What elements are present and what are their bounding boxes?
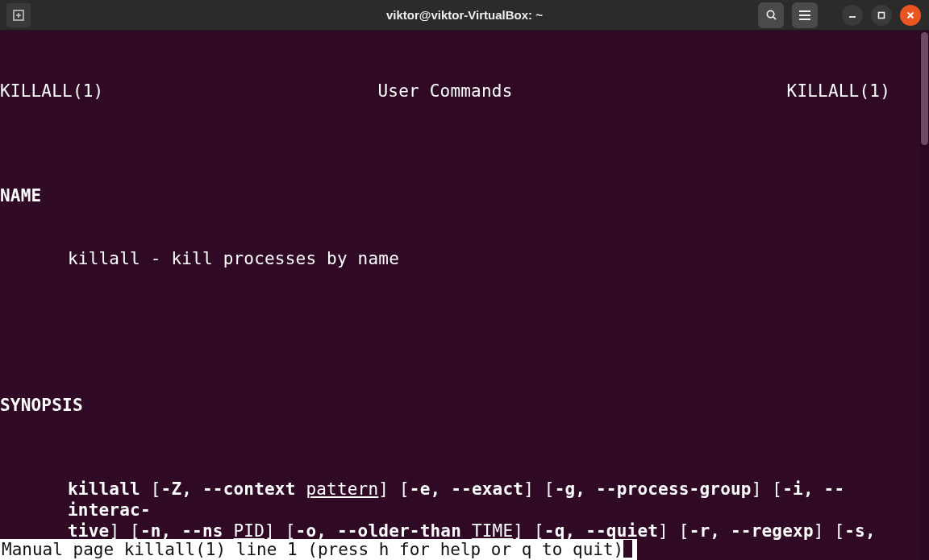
hamburger-icon (799, 10, 810, 20)
cursor (623, 540, 632, 558)
man-status-line: Manual page killall(1) line 1 (press h f… (0, 539, 637, 560)
menu-button[interactable] (792, 2, 818, 28)
close-button[interactable] (900, 5, 921, 26)
section-name-heading: NAME (0, 185, 929, 206)
terminal-viewport[interactable]: KILLALL(1) User Commands KILLALL(1) NAME… (0, 31, 929, 560)
svg-point-3 (767, 10, 773, 17)
titlebar: viktor@viktor-VirtualBox: ~ (0, 0, 929, 31)
maximize-button[interactable] (871, 5, 892, 26)
svg-line-4 (773, 17, 775, 19)
new-tab-button[interactable] (6, 3, 31, 27)
name-line: killall - kill processes by name (0, 248, 929, 269)
section-synopsis-heading: SYNOPSIS (0, 395, 929, 416)
man-header-center: User Commands (378, 81, 513, 102)
man-header-right: KILLALL(1) (787, 81, 929, 102)
scrollbar-thumb[interactable] (921, 32, 928, 145)
man-page-content: KILLALL(1) User Commands KILLALL(1) NAME… (0, 31, 929, 560)
scrollbar[interactable] (920, 31, 929, 560)
man-header-left: KILLALL(1) (0, 81, 103, 102)
minimize-button[interactable] (842, 5, 863, 26)
search-button[interactable] (758, 2, 784, 28)
svg-rect-6 (879, 12, 885, 18)
